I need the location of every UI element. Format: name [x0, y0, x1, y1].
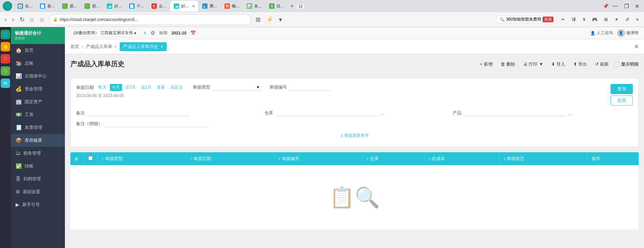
th-cost[interactable]: ↕ 总成本 [424, 152, 499, 165]
grid-icon[interactable]: ⊞ [602, 16, 610, 23]
warehouse-input[interactable] [276, 110, 377, 116]
nav-item-assets[interactable]: 🏢 固定资产 [11, 95, 65, 108]
add-company-button[interactable]: + [143, 30, 146, 36]
add-tab-button[interactable]: + [288, 3, 296, 10]
date-tab-today[interactable]: 今天 [110, 84, 122, 91]
type-select[interactable]: ▾ [213, 84, 261, 91]
th-status[interactable]: ↕ 单据状态 [499, 152, 588, 165]
th-date[interactable]: ↕ 单据日期 [186, 152, 274, 165]
print-button[interactable]: 🖨 打印 ▼ [521, 60, 546, 69]
back-button[interactable]: ‹ [3, 15, 8, 24]
icon-sidebar-shop[interactable]: 🟢 [1, 66, 10, 76]
setting-button[interactable]: 设置 [611, 95, 633, 106]
address-input[interactable]: 🔒 https://cloud.chanjet.com/accounting/u… [49, 14, 252, 25]
dropdown-button[interactable]: ▾ [278, 15, 283, 24]
breadcrumb-list-close[interactable]: × [114, 44, 117, 49]
icon-sidebar-app[interactable]: 🌐 [1, 30, 10, 39]
forward-button[interactable]: › [11, 15, 16, 24]
nav-item-home[interactable]: 🏠 首页 [11, 44, 65, 57]
user-support[interactable]: 👤 人工咨询 [590, 30, 613, 36]
number-input[interactable] [290, 84, 330, 91]
maximize-button[interactable]: ❐ [622, 2, 631, 10]
nav-item-guide[interactable]: ▶ 新手引导 [11, 198, 65, 211]
panel-close-button[interactable]: ✕ [634, 43, 639, 50]
scissors-icon[interactable]: ✂ [559, 16, 567, 23]
tab-12[interactable]: S 目... [266, 1, 287, 12]
date-tab-yesterday[interactable]: 昨天 [96, 84, 109, 91]
delete-button[interactable]: 🗑 删除 [498, 60, 518, 69]
nav-item-funds[interactable]: 💰 资金管理 [11, 83, 65, 95]
currency-icon[interactable]: ¥ [581, 16, 587, 23]
breadcrumb-home[interactable]: 首页 [70, 44, 79, 50]
tab-3[interactable]: 🟢 易... [59, 1, 80, 12]
nav-item-inventory[interactable]: 📦 库存核算 [11, 134, 65, 147]
date-tab-custom[interactable]: 自定义 [168, 84, 185, 91]
th-settings[interactable]: ⚙ [70, 152, 84, 165]
breadcrumb-history[interactable]: 产成品入库单历史 × [120, 42, 167, 51]
tab-5[interactable]: ☁ 好... [103, 1, 125, 12]
th-number[interactable]: ↕ 单据编号 [274, 152, 362, 165]
th-warehouse[interactable]: ↕ 仓库 [362, 152, 424, 165]
tab-8-close[interactable]: × [192, 3, 195, 9]
calendar-button[interactable]: 📅 [190, 30, 196, 36]
tab-2[interactable]: 📄 新... [37, 1, 58, 12]
tab-4[interactable]: 🟢 易... [81, 1, 103, 12]
apps-icon[interactable]: ⊞ [254, 15, 262, 24]
settings-icon[interactable]: ≡ [634, 16, 641, 23]
user-area[interactable]: 👤 徐泽华 [617, 29, 639, 37]
nav-item-archive[interactable]: 🗄 归档管理 [11, 173, 65, 185]
import-button[interactable]: ⬇ 导入 [549, 60, 568, 69]
th-checkbox[interactable] [84, 152, 97, 165]
reload-icon[interactable]: ↺ [623, 16, 631, 23]
translate-icon[interactable]: 译 [570, 15, 578, 24]
game-icon[interactable]: 🎮 [590, 16, 599, 23]
nav-item-tax[interactable]: 🗂 税务管理 [11, 147, 65, 160]
lightning-icon[interactable]: ⚡ [265, 15, 275, 24]
minimize-button[interactable]: — [611, 2, 620, 10]
tab-7[interactable]: C 企... [148, 1, 170, 12]
tab-8[interactable]: ☁ 好... × [170, 1, 198, 12]
product-input[interactable] [464, 110, 566, 116]
tab-6[interactable]: 📄 个... [126, 1, 147, 12]
search-bar[interactable]: 🔍 360智能抠图免费用 热搜 [497, 16, 556, 23]
pin-icon[interactable]: 📌 [603, 3, 609, 9]
note-input[interactable] [88, 110, 189, 116]
date-tab-1month[interactable]: 近1月 [139, 84, 154, 91]
tab-count[interactable]: 12 [296, 3, 305, 9]
tab-1[interactable]: 🧭 在... [14, 1, 36, 12]
company-selector[interactable]: (勿删勿禁用） 江西服宝测试专用 ▾ [70, 29, 139, 37]
nav-item-reports[interactable]: 📊 云报表中心 [11, 70, 65, 83]
tab-10[interactable]: M 畅... [221, 1, 243, 12]
refresh-button-toolbar[interactable]: ↺ 刷新 [592, 60, 612, 69]
note-detail-input[interactable] [105, 120, 207, 127]
warehouse-more-icon[interactable]: ... [380, 111, 384, 116]
icon-sidebar-star[interactable]: ⭐ [1, 42, 10, 51]
nav-item-payroll[interactable]: 💵 工资 [11, 108, 65, 121]
th-type[interactable]: ↕ 单据类型 [97, 152, 186, 165]
company-settings-button[interactable]: ⚙ [150, 30, 155, 36]
home-button[interactable]: ⌂ [29, 15, 35, 24]
icon-sidebar-social[interactable]: 🔴 [1, 54, 10, 64]
refresh-button[interactable]: ↻ [18, 15, 26, 24]
nav-item-ledger[interactable]: 📚 总账 [11, 57, 65, 70]
breadcrumb-history-close[interactable]: × [161, 44, 163, 49]
query-button[interactable]: 查询 [611, 84, 633, 94]
sun-icon[interactable]: ☀ [613, 16, 621, 23]
nav-item-settings[interactable]: ⚙ 基础设置 [11, 185, 65, 198]
detail-checkbox[interactable] [614, 62, 620, 67]
breadcrumb-list[interactable]: 产成品入库单 × [86, 44, 117, 50]
icon-sidebar-mail[interactable]: ✉ [1, 78, 10, 88]
type-input[interactable] [215, 85, 256, 90]
show-detail-toggle[interactable]: 显示明细 [614, 61, 639, 67]
date-tab-more[interactable]: 更多 [155, 84, 167, 91]
close-button[interactable]: ✕ [633, 2, 641, 10]
tab-9[interactable]: 🐧 腾... [199, 1, 220, 12]
product-more-icon[interactable]: ... [568, 111, 572, 116]
collapse-button[interactable]: ∧ 收起更多条件 [340, 133, 369, 138]
export-button[interactable]: ⬆ 导出 [571, 60, 590, 69]
nav-item-checkout[interactable]: ✅ 结账 [11, 160, 65, 173]
bookmark-button[interactable]: ☆ [38, 15, 46, 24]
add-button[interactable]: + 新增 [477, 60, 495, 69]
select-all-checkbox[interactable] [88, 156, 93, 160]
date-tab-7days[interactable]: 近7天 [123, 84, 138, 91]
